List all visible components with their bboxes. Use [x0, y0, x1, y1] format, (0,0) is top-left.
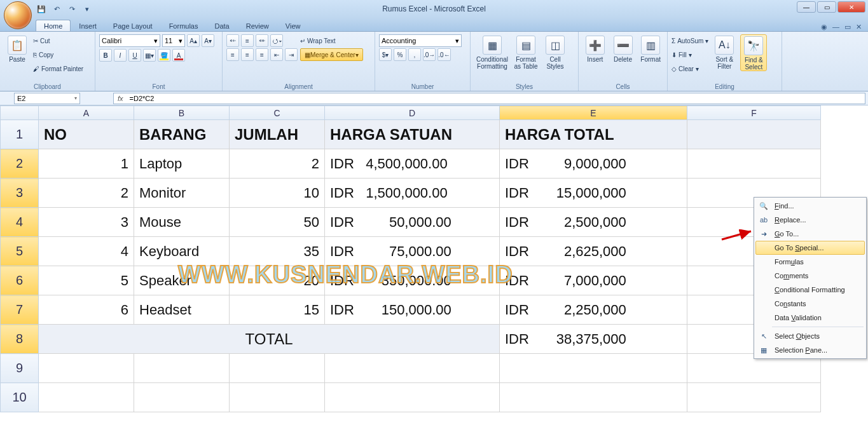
total-value-cell[interactable]: IDR 38,375,000: [500, 325, 687, 354]
row-header-2[interactable]: 2: [1, 149, 39, 179]
cell-no[interactable]: 3: [39, 208, 134, 237]
paste-button[interactable]: 📋 Paste: [4, 34, 31, 63]
fill-button[interactable]: ⬇ Fill ▾: [672, 48, 708, 61]
row-header-3[interactable]: 3: [1, 179, 39, 208]
cell-styles-button[interactable]: ◫Cell Styles: [542, 34, 568, 70]
bold-button[interactable]: B: [99, 49, 112, 62]
align-right-button[interactable]: ≡: [256, 48, 268, 61]
menu-item-formulas[interactable]: Formulas: [755, 255, 865, 269]
wrap-text-button[interactable]: ↵ Wrap Text: [300, 34, 363, 47]
underline-button[interactable]: U: [128, 49, 141, 62]
cell-satuan[interactable]: IDR 1,500,000.00: [325, 179, 500, 208]
empty-cell[interactable]: [500, 354, 687, 383]
empty-cell[interactable]: [687, 149, 821, 179]
col-header-C[interactable]: C: [230, 106, 325, 120]
menu-item-selection-pane[interactable]: ▦Selection Pane...: [755, 343, 865, 357]
decrease-indent-button[interactable]: ⇤: [270, 48, 283, 61]
cell-total[interactable]: IDR 7,000,000: [500, 266, 687, 295]
redo-icon[interactable]: ↷: [66, 3, 78, 15]
cell-jumlah[interactable]: 10: [230, 179, 325, 208]
align-bottom-button[interactable]: ⬵: [256, 34, 268, 47]
formula-input[interactable]: fx =D2*C2: [113, 93, 865, 104]
empty-cell[interactable]: [687, 383, 821, 412]
cell-no[interactable]: 5: [39, 266, 134, 295]
empty-cell[interactable]: [230, 383, 325, 412]
cell-barang[interactable]: Laptop: [134, 149, 230, 179]
font-name-combo[interactable]: Calibri▾: [99, 34, 160, 47]
menu-item-go-to-special[interactable]: Go To Special...: [755, 241, 865, 255]
percent-button[interactable]: %: [394, 48, 406, 61]
header-cell[interactable]: HARGA SATUAN: [325, 120, 500, 149]
name-box[interactable]: E2▾: [14, 93, 80, 104]
tab-formulas[interactable]: Formulas: [161, 20, 207, 31]
header-cell[interactable]: JUMLAH: [230, 120, 325, 149]
row-header-4[interactable]: 4: [1, 208, 39, 237]
font-color-button[interactable]: A: [172, 49, 185, 62]
header-cell[interactable]: NO: [39, 120, 134, 149]
col-header-E[interactable]: E: [500, 106, 687, 120]
tab-data[interactable]: Data: [206, 20, 237, 31]
menu-item-constants[interactable]: Constants: [755, 297, 865, 311]
row-header-9[interactable]: 9: [1, 354, 39, 383]
header-cell[interactable]: HARGA TOTAL: [500, 120, 687, 149]
cell-satuan[interactable]: IDR 350,000.00: [325, 266, 500, 295]
close-workbook-icon[interactable]: ✕: [856, 23, 862, 31]
format-as-table-button[interactable]: ▤Format as Table: [513, 34, 539, 70]
align-left-button[interactable]: ≡: [226, 48, 239, 61]
cell-jumlah[interactable]: 15: [230, 295, 325, 325]
menu-item-data-validation[interactable]: Data Validation: [755, 311, 865, 325]
header-cell[interactable]: BARANG: [134, 120, 230, 149]
cell-total[interactable]: IDR 2,500,000: [500, 208, 687, 237]
cell-satuan[interactable]: IDR 75,000.00: [325, 237, 500, 266]
number-format-combo[interactable]: Accounting▾: [379, 34, 462, 47]
find-select-button[interactable]: 🔭Find & Select: [740, 34, 767, 71]
clear-button[interactable]: ◇ Clear ▾: [672, 62, 708, 75]
align-center-button[interactable]: ≡: [241, 48, 254, 61]
cell-jumlah[interactable]: 35: [230, 237, 325, 266]
select-all-corner[interactable]: [1, 106, 39, 120]
fill-color-button[interactable]: 🪣: [158, 49, 170, 62]
cell-satuan[interactable]: IDR 150,000.00: [325, 295, 500, 325]
format-cells-button[interactable]: ▥Format: [638, 34, 663, 63]
minimize-button[interactable]: —: [797, 1, 816, 13]
help-icon[interactable]: ◉: [821, 23, 827, 31]
menu-item-find[interactable]: 🔍Find...: [755, 199, 865, 213]
menu-item-conditional-formatting[interactable]: Conditional Formatting: [755, 283, 865, 297]
conditional-formatting-button[interactable]: ▦Conditional Formatting: [474, 34, 510, 70]
col-header-D[interactable]: D: [325, 106, 500, 120]
cell-barang[interactable]: Keyboard: [134, 237, 230, 266]
merge-center-button[interactable]: ▦ Merge & Center ▾: [300, 48, 363, 61]
border-button[interactable]: ▦▾: [143, 49, 156, 62]
cell-total[interactable]: IDR 2,250,000: [500, 295, 687, 325]
worksheet-grid[interactable]: ABCDEF1NOBARANGJUMLAHHARGA SATUANHARGA T…: [0, 105, 868, 439]
cell-no[interactable]: 1: [39, 149, 134, 179]
menu-item-select-objects[interactable]: ↖Select Objects: [755, 329, 865, 343]
font-size-combo[interactable]: 11▾: [162, 34, 185, 47]
cell-total[interactable]: IDR 2,625,000: [500, 237, 687, 266]
menu-item-go-to[interactable]: ➜Go To...: [755, 227, 865, 241]
fx-icon[interactable]: fx: [114, 95, 127, 102]
save-icon[interactable]: 💾: [36, 3, 47, 15]
qat-more-icon[interactable]: ▾: [81, 3, 93, 15]
row-header-5[interactable]: 5: [1, 237, 39, 266]
row-header-8[interactable]: 8: [1, 325, 39, 354]
align-top-button[interactable]: ⬴: [226, 34, 239, 47]
cut-button[interactable]: ✂ Cut: [33, 34, 83, 47]
tab-review[interactable]: Review: [238, 20, 277, 31]
cell-no[interactable]: 6: [39, 295, 134, 325]
insert-cells-button[interactable]: ➕Insert: [582, 34, 608, 63]
grow-font-button[interactable]: A▴: [187, 34, 200, 47]
copy-button[interactable]: ⎘ Copy: [33, 48, 83, 61]
maximize-button[interactable]: ▭: [817, 1, 836, 13]
italic-button[interactable]: I: [114, 49, 127, 62]
minimize-ribbon-icon[interactable]: —: [832, 23, 839, 31]
cell-no[interactable]: 4: [39, 237, 134, 266]
tab-view[interactable]: View: [277, 20, 309, 31]
accounting-format-button[interactable]: $▾: [379, 48, 392, 61]
align-middle-button[interactable]: ≡: [241, 34, 254, 47]
col-header-F[interactable]: F: [687, 106, 821, 120]
cell-jumlah[interactable]: 20: [230, 266, 325, 295]
row-header-1[interactable]: 1: [1, 120, 39, 149]
shrink-font-button[interactable]: A▾: [202, 34, 214, 47]
empty-cell[interactable]: [39, 383, 134, 412]
